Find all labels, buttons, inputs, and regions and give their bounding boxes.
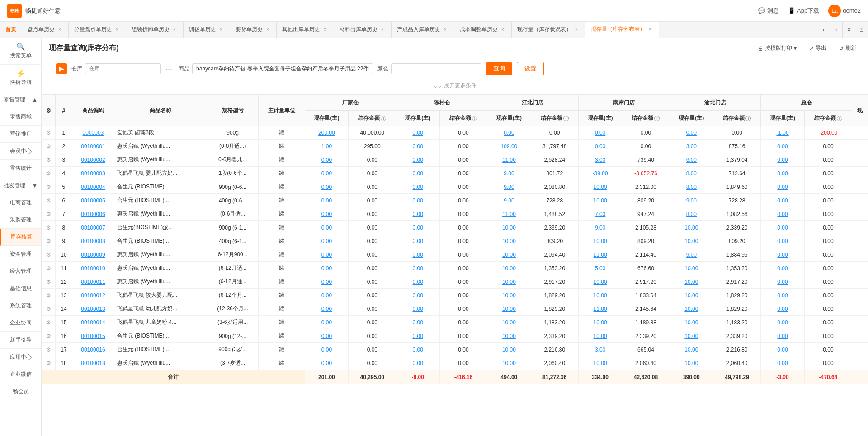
- cell-yuzhong-stock[interactable]: 8.00: [670, 207, 713, 221]
- cell-settings[interactable]: ⚙: [42, 153, 56, 167]
- cell-chenjia-stock[interactable]: 0.00: [396, 343, 440, 356]
- cell-total-stock[interactable]: 0.00: [761, 248, 805, 262]
- cell-total-stock[interactable]: 0.00: [761, 262, 805, 275]
- cell-factory-stock[interactable]: 0.00: [305, 234, 349, 248]
- cell-jiangbei-stock[interactable]: 10.00: [487, 275, 531, 289]
- cell-nanan-stock[interactable]: 10.00: [578, 316, 622, 329]
- cell-nanan-stock[interactable]: -39.00: [578, 167, 622, 180]
- cell-factory-stock[interactable]: 0.00: [305, 194, 349, 207]
- cell-total-stock[interactable]: 0.00: [761, 302, 805, 316]
- setting-btn[interactable]: 设置: [517, 62, 544, 75]
- warehouse-input[interactable]: [85, 63, 161, 74]
- cell-chenjia-stock[interactable]: 0.00: [396, 275, 440, 289]
- color-input[interactable]: [391, 63, 481, 74]
- export-btn[interactable]: ↗ 导出: [805, 42, 831, 54]
- cell-code[interactable]: 00100002: [72, 153, 114, 167]
- tab-close-other-out[interactable]: ×: [322, 27, 328, 33]
- cell-settings[interactable]: ⚙: [42, 275, 56, 289]
- cell-jiangbei-stock[interactable]: 10.00: [487, 356, 531, 370]
- cell-nanan-stock[interactable]: 10.00: [578, 234, 622, 248]
- cell-yuzhong-stock[interactable]: 9.00: [670, 194, 713, 207]
- cell-nanan-stock[interactable]: 5.00: [578, 262, 622, 275]
- cell-jiangbei-stock[interactable]: 11.00: [487, 153, 531, 167]
- cell-settings[interactable]: ⚙: [42, 262, 56, 275]
- sidebar-item-ecommerce[interactable]: 电商管理: [0, 194, 41, 211]
- cell-nanan-stock[interactable]: 10.00: [578, 194, 622, 207]
- cell-chenjia-stock[interactable]: 0.00: [396, 153, 440, 167]
- cell-factory-stock[interactable]: 0.00: [305, 207, 349, 221]
- user-btn[interactable]: Ea demo2: [828, 5, 861, 17]
- cell-code[interactable]: 00100008: [72, 234, 114, 248]
- cell-settings[interactable]: ⚙: [42, 167, 56, 180]
- cell-chenjia-stock[interactable]: 0.00: [396, 302, 440, 316]
- cell-total-stock[interactable]: 0.00: [761, 275, 805, 289]
- cell-chenjia-stock[interactable]: 0.00: [396, 248, 440, 262]
- cell-chenjia-stock[interactable]: 0.00: [396, 289, 440, 302]
- cell-code[interactable]: 00100013: [72, 302, 114, 316]
- cell-code[interactable]: 00100011: [72, 275, 114, 289]
- tab-stock-dist[interactable]: 现存量（库存分布表） ×: [585, 22, 659, 38]
- cell-settings[interactable]: ⚙: [42, 302, 56, 316]
- cell-factory-stock[interactable]: 0.00: [305, 221, 349, 234]
- cell-settings[interactable]: ⚙: [42, 316, 56, 329]
- cell-total-stock[interactable]: 0.00: [761, 329, 805, 343]
- cell-nanan-stock[interactable]: 10.00: [578, 329, 622, 343]
- cell-factory-stock[interactable]: 0.00: [305, 167, 349, 180]
- cell-jiangbei-stock[interactable]: 10.00: [487, 248, 531, 262]
- cell-code[interactable]: 00100005: [72, 194, 114, 207]
- cell-total-stock[interactable]: 0.00: [761, 289, 805, 302]
- cell-yuzhong-stock[interactable]: 10.00: [670, 275, 713, 289]
- cell-chenjia-stock[interactable]: 0.00: [396, 207, 440, 221]
- cell-chenjia-stock[interactable]: 0.00: [396, 356, 440, 370]
- sidebar-item-basic[interactable]: 基础信息: [0, 280, 41, 297]
- cell-jiangbei-stock[interactable]: 109.00: [487, 140, 531, 153]
- cell-code[interactable]: 00100007: [72, 221, 114, 234]
- cell-yuzhong-stock[interactable]: 10.00: [670, 343, 713, 356]
- cell-settings[interactable]: ⚙: [42, 248, 56, 262]
- cell-jiangbei-stock[interactable]: 9.00: [487, 180, 531, 194]
- cell-jiangbei-stock[interactable]: 10.00: [487, 343, 531, 356]
- cell-yuzhong-stock[interactable]: 10.00: [670, 221, 713, 234]
- sidebar-item-wholesale[interactable]: 批发管理 ▼: [0, 177, 41, 194]
- tab-product-in[interactable]: 产成品入库单历史 ×: [392, 22, 454, 38]
- cell-nanan-stock[interactable]: 10.00: [578, 275, 622, 289]
- cell-jiangbei-stock[interactable]: 10.00: [487, 221, 531, 234]
- cell-chenjia-stock[interactable]: 0.00: [396, 262, 440, 275]
- cell-jiangbei-stock[interactable]: 0.00: [487, 126, 531, 140]
- cell-nanan-stock[interactable]: 10.00: [578, 356, 622, 370]
- cell-jiangbei-stock[interactable]: 11.00: [487, 207, 531, 221]
- sidebar-item-inventory[interactable]: 库存核算: [0, 229, 41, 246]
- cell-settings[interactable]: ⚙: [42, 207, 56, 221]
- cell-chenjia-stock[interactable]: 0.00: [396, 180, 440, 194]
- sidebar-item-app-center[interactable]: 应用中心: [0, 349, 41, 366]
- tab-cost-adjust[interactable]: 成本调整单历史 ×: [454, 22, 512, 38]
- tab-next-btn[interactable]: ›: [830, 22, 843, 38]
- cell-total-stock[interactable]: 0.00: [761, 221, 805, 234]
- tab-close-inventory-check2[interactable]: ×: [114, 27, 120, 33]
- col-settings[interactable]: ⚙: [42, 95, 56, 126]
- tab-other-out[interactable]: 其他出库单历史 ×: [277, 22, 334, 38]
- chenjia-amount-info[interactable]: i: [472, 116, 477, 121]
- filter-expand-btn[interactable]: ▶: [56, 63, 67, 74]
- cell-yuzhong-stock[interactable]: 0.00: [670, 126, 713, 140]
- cell-yuzhong-stock[interactable]: 10.00: [670, 289, 713, 302]
- cell-chenjia-stock[interactable]: 0.00: [396, 126, 440, 140]
- cell-chenjia-stock[interactable]: 0.00: [396, 194, 440, 207]
- cell-factory-stock[interactable]: 0.00: [305, 153, 349, 167]
- tab-close-combo-split[interactable]: ×: [171, 27, 178, 33]
- cell-nanan-stock[interactable]: 0.00: [578, 126, 622, 140]
- cell-settings[interactable]: ⚙: [42, 126, 56, 140]
- cell-total-stock[interactable]: 0.00: [761, 356, 805, 370]
- cell-total-stock[interactable]: 0.00: [761, 234, 805, 248]
- cell-settings[interactable]: ⚙: [42, 356, 56, 370]
- tab-menu-btn[interactable]: ⊡: [855, 22, 868, 38]
- cell-factory-stock[interactable]: 0.00: [305, 316, 349, 329]
- cell-settings[interactable]: ⚙: [42, 221, 56, 234]
- cell-code[interactable]: 00100012: [72, 289, 114, 302]
- print-btn[interactable]: 🖨 按模版打印 ▾: [753, 42, 801, 54]
- cell-jiangbei-stock[interactable]: 10.00: [487, 262, 531, 275]
- sidebar-item-shortcut[interactable]: ⚡ 快捷导航: [0, 65, 41, 91]
- cell-jiangbei-stock[interactable]: 9.00: [487, 167, 531, 180]
- cell-code[interactable]: 00100003: [72, 167, 114, 180]
- factory-amount-info[interactable]: i: [381, 116, 386, 121]
